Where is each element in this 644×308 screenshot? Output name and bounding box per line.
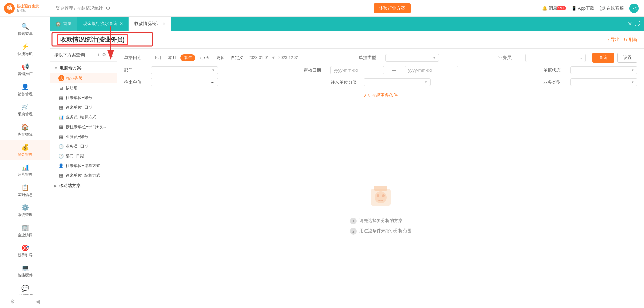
- mobile-group-header[interactable]: ▶ 移动端方案: [50, 181, 117, 191]
- sidebar-item-finance[interactable]: 💰资金管理: [0, 140, 50, 160]
- scheme-item-salesman-account-label: 业务员+账号: [66, 134, 88, 140]
- sidebar-item-shortcut[interactable]: ⚡快捷导航: [0, 40, 50, 60]
- sidebar-item-hardware[interactable]: 💻智能硬件: [0, 261, 50, 281]
- scheme-item-salesman-account[interactable]: ▦ 业务员+账号: [50, 132, 117, 142]
- doc-type-label: 单据类型: [359, 55, 379, 61]
- doc-status-select[interactable]: ▾: [570, 66, 637, 74]
- sidebar-item-basic[interactable]: 📋基础信息: [0, 181, 50, 201]
- sidebar-item-operation[interactable]: 📊经营管理: [0, 160, 50, 181]
- sidebar-item-sales[interactable]: 👤销售管理: [0, 80, 50, 100]
- sidebar-item-marketing[interactable]: 📢营销推广: [0, 60, 50, 80]
- export-button[interactable]: ↑ 导出: [607, 37, 620, 43]
- filter-row-2: 部门 ▾ 审核日期 yyyy-mm-dd — yyyy-mm-dd: [124, 66, 637, 74]
- scheme-item-unit-date[interactable]: ▦ 往来单位+日期: [50, 103, 117, 112]
- main-content: 资金管理 / 收款情况统计 ⚙ 体验行业方案 🔔 消息 99+ 📱 App下载 …: [50, 0, 644, 308]
- scheme-item-by-detail-label: 按明细: [66, 85, 78, 91]
- online-service-button[interactable]: 💬 在线客服: [600, 5, 624, 11]
- expand-icon[interactable]: ⛶: [635, 21, 640, 27]
- app-download-button[interactable]: 📱 App下载: [571, 5, 594, 11]
- collapse-bar[interactable]: ∧∧ 收起更多条件: [124, 90, 637, 101]
- settings-icon[interactable]: ⚙: [10, 298, 15, 305]
- dept-select[interactable]: ▾: [151, 66, 218, 74]
- sales-icon: 👤: [21, 83, 29, 91]
- scheme-tree: ▼ 电脑端方案 人 按业务员 ⊞ 按明细 ▦: [50, 62, 117, 308]
- refresh-button[interactable]: ↻ 刷新: [624, 37, 637, 43]
- collapse-label: 收起更多条件: [372, 92, 398, 98]
- sidebar-item-system[interactable]: ⚙️系统管理: [0, 201, 50, 221]
- partner-category-select[interactable]: ▾: [364, 78, 431, 86]
- review-date-end-input[interactable]: yyyy-mm-dd: [405, 66, 458, 74]
- biz-type-select[interactable]: ▾: [570, 78, 637, 86]
- page-header-actions: ↑ 导出 ↻ 刷新: [607, 37, 638, 43]
- date-tab-this-year[interactable]: 本年: [180, 54, 195, 61]
- review-date-start-input[interactable]: yyyy-mm-dd: [330, 66, 384, 74]
- sidebar-item-search[interactable]: 🔍搜索菜单: [0, 19, 50, 40]
- date-tab-custom[interactable]: 自定义: [228, 54, 246, 61]
- export-icon: ↑: [607, 37, 610, 42]
- scheme-item-salesman-date-label: 业务员+日期: [66, 144, 88, 149]
- scheme-item-unit-dept-col[interactable]: ▦ 按往来单位+部门+收...: [50, 122, 117, 132]
- svg-rect-1: [374, 186, 387, 191]
- newguide-icon: 🎯: [21, 244, 29, 252]
- date-tab-more[interactable]: 更多: [214, 54, 227, 61]
- desktop-group: ▼ 电脑端方案 人 按业务员 ⊞ 按明细 ▦: [50, 63, 117, 181]
- partner-more-icon: ···: [211, 80, 214, 85]
- date-tab-last-7days[interactable]: 近7天: [197, 54, 212, 61]
- message-button[interactable]: 🔔 消息 99+: [542, 5, 566, 11]
- left-panel-header: 按以下方案查询 + ⚙ 《: [50, 49, 117, 62]
- sidebar-item-purchase[interactable]: 🛒采购管理: [0, 100, 50, 120]
- collapse-panel-icon[interactable]: 《: [108, 52, 113, 58]
- scheme-item-by-salesman-label: 按业务员: [66, 75, 83, 81]
- sidebar-item-wechat[interactable]: 💬企业微信: [0, 281, 50, 295]
- scheme-item-unit-settlement2[interactable]: ▦ 往来单位+结算方式: [50, 171, 117, 181]
- scheme-item-unit-settlement1[interactable]: 👤 往来单位+结算方式: [50, 161, 117, 171]
- scheme-item-salesman-settlement[interactable]: 📊 业务员+结算方式: [50, 112, 117, 122]
- system-label: 系统管理: [18, 212, 33, 217]
- close-all-tabs-icon[interactable]: ✕: [628, 21, 632, 27]
- trial-button[interactable]: 体验行业方案: [374, 3, 411, 13]
- tab-bank-flow[interactable]: 现金银行流水查询 ✕: [77, 17, 129, 31]
- desktop-group-header[interactable]: ▼ 电脑端方案: [50, 63, 117, 73]
- purchase-label: 采购管理: [18, 112, 33, 117]
- partner-select[interactable]: ···: [151, 78, 218, 86]
- doc-type-select[interactable]: ▾: [385, 54, 439, 62]
- date-range-end: 2023-12-31: [278, 55, 299, 60]
- salesman-select[interactable]: ···: [525, 54, 586, 62]
- left-panel-title: 按以下方案查询: [54, 52, 95, 58]
- collapse-sidebar-icon[interactable]: ◀: [36, 298, 40, 305]
- active-scheme-icon: 人: [58, 75, 64, 81]
- refresh-icon: ↻: [624, 37, 627, 42]
- sidebar-item-inventory[interactable]: 🏠库存核算: [0, 120, 50, 140]
- scheme-item-salesman-date[interactable]: 🕐 业务员+日期: [50, 142, 117, 151]
- dept-date-icon: 🕐: [58, 154, 64, 159]
- scheme-item-by-detail[interactable]: ⊞ 按明细: [50, 83, 117, 93]
- topbar-gear-icon[interactable]: ⚙: [106, 5, 110, 11]
- doc-status-arrow-icon: ▾: [632, 68, 634, 72]
- query-button[interactable]: 查询: [592, 53, 614, 63]
- unit-date-icon: ▦: [58, 105, 64, 110]
- scheme-item-by-salesman[interactable]: 人 按业务员: [50, 73, 117, 83]
- add-scheme-icon[interactable]: +: [97, 52, 100, 58]
- scheme-settings-icon[interactable]: ⚙: [102, 52, 106, 58]
- partner-label: 往来单位: [124, 79, 144, 85]
- tab-home[interactable]: 🏠 首页: [50, 17, 77, 31]
- user-avatar-button[interactable]: Rit: [629, 4, 639, 13]
- tab-collection-stats-close-icon[interactable]: ✕: [162, 21, 166, 26]
- unit-account-icon: ▦: [58, 95, 64, 100]
- tab-collection-stats[interactable]: 收款情况统计 ✕: [129, 17, 171, 31]
- search-label: 搜索菜单: [18, 31, 33, 36]
- salesman-label: 业务员: [498, 55, 519, 61]
- scheme-item-unit-account-label: 往来单位+账号: [66, 95, 92, 101]
- desktop-group-label: 电脑端方案: [60, 65, 82, 71]
- sidebar-item-newguide[interactable]: 🎯新手引导: [0, 241, 50, 261]
- scheme-item-dept-date[interactable]: 🕐 部门+日期: [50, 151, 117, 161]
- scheme-item-unit-account[interactable]: ▦ 往来单位+账号: [50, 93, 117, 103]
- settings-button[interactable]: 设置: [617, 53, 637, 63]
- review-date-end-placeholder: yyyy-mm-dd: [408, 68, 432, 73]
- scheme-item-unit-date-label: 往来单位+日期: [66, 105, 92, 110]
- sidebar-item-enterprise[interactable]: 🏢企业协同: [0, 221, 50, 241]
- date-tab-last-month[interactable]: 上月: [151, 54, 164, 61]
- date-tab-this-month[interactable]: 本月: [166, 54, 179, 61]
- service-icon: 💬: [600, 6, 605, 11]
- tab-bank-flow-close-icon[interactable]: ✕: [120, 21, 123, 26]
